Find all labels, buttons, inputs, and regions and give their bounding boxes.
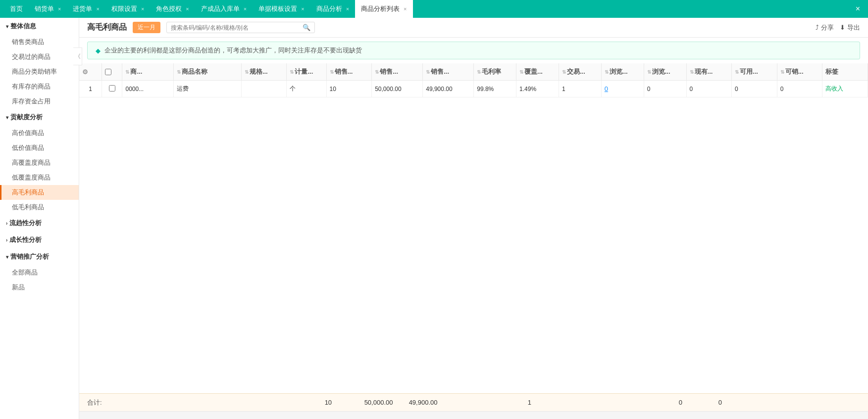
close-template-tab[interactable]: × xyxy=(301,6,304,12)
th-saleable: ⇅ 可销... xyxy=(777,63,822,81)
th-trade: ⇅ 交易... xyxy=(559,63,601,81)
sidebar-item-low-margin[interactable]: 低毛利商品 xyxy=(0,200,79,215)
sidebar-item-high-coverage[interactable]: 高覆盖度商品 xyxy=(0,155,79,170)
nav-tab-permission[interactable]: 权限设置 × xyxy=(105,0,150,18)
nav-close-all[interactable]: × xyxy=(852,4,864,13)
sidebar-item-stock-capital[interactable]: 库存资金占用 xyxy=(0,94,79,109)
sidebar-item-category-rate[interactable]: 商品分类助销率 xyxy=(0,64,79,79)
cell-browse2: 0 xyxy=(644,81,686,97)
horizontal-scrollbar[interactable] xyxy=(79,411,868,419)
sidebar-item-sales-goods[interactable]: 销售类商品 xyxy=(0,35,79,49)
sort-icon[interactable]: ⇅ xyxy=(605,69,609,75)
settings-icon[interactable]: ⚙ xyxy=(82,68,88,76)
cell-spec xyxy=(241,81,287,97)
sort-icon[interactable]: ⇅ xyxy=(330,69,334,75)
top-nav: 首页 销货单 × 进货单 × 权限设置 × 角色授权 × 产成品入库单 × 单据… xyxy=(0,0,868,18)
sort-icon[interactable]: ⇅ xyxy=(477,69,481,75)
total-browse2-empty xyxy=(599,399,636,406)
sidebar-item-stock-goods[interactable]: 有库存的商品 xyxy=(0,79,79,94)
table-wrapper: ⚙ ⇅ 商... xyxy=(79,63,868,419)
sort-icon[interactable]: ⇅ xyxy=(690,69,694,75)
browse1-link[interactable]: 0 xyxy=(605,85,608,93)
nav-tab-role[interactable]: 角色授权 × xyxy=(150,0,195,18)
sort-icon[interactable]: ⇅ xyxy=(245,69,249,75)
close-permission-tab[interactable]: × xyxy=(141,6,144,12)
search-icon[interactable]: 🔍 xyxy=(303,24,310,31)
nav-tab-template[interactable]: 单据模板设置 × xyxy=(253,0,310,18)
cell-saleable: 0 xyxy=(777,81,822,97)
total-profit-rate-empty xyxy=(451,399,488,406)
sidebar-section-trend[interactable]: › 流趋性分析 xyxy=(0,215,79,232)
sort-icon[interactable]: ⇅ xyxy=(519,69,523,75)
th-sales-qty: ⇅ 销售... xyxy=(326,63,372,81)
main-table: ⚙ ⇅ 商... xyxy=(79,63,868,97)
cell-sales-amt: 50,000.00 xyxy=(372,81,423,97)
footer-total: 合计: 10 50,000.00 49,900.00 1 0 0 xyxy=(79,393,868,411)
sidebar-section-growth[interactable]: › 成长性分析 xyxy=(0,232,79,248)
sidebar-item-traded-goods[interactable]: 交易过的商品 xyxy=(0,49,79,64)
collapse-arrow-growth: › xyxy=(6,237,7,243)
th-profit-rate: ⇅ 毛利率 xyxy=(474,63,516,81)
cell-sales-qty: 10 xyxy=(326,81,372,97)
sort-icon[interactable]: ⇅ xyxy=(562,69,566,75)
nav-tab-sales[interactable]: 销货单 × xyxy=(29,0,67,18)
th-num: ⚙ xyxy=(79,63,102,81)
sort-icon[interactable]: ⇅ xyxy=(375,69,379,75)
cell-name: 运费 xyxy=(173,81,241,97)
export-icon: ⬇ xyxy=(840,24,845,31)
close-goods-list-tab[interactable]: × xyxy=(404,6,407,12)
filter-recent-month-btn[interactable]: 近一月 xyxy=(133,22,160,33)
th-name: ⇅ 商品名称 xyxy=(173,63,241,81)
total-coverage-empty xyxy=(488,399,525,406)
nav-tab-purchase[interactable]: 进货单 × xyxy=(67,0,105,18)
cell-code: 0000... xyxy=(122,81,173,97)
sort-icon[interactable]: ⇅ xyxy=(177,69,181,75)
total-trade: 1 xyxy=(525,399,562,406)
total-sales-profit: 49,900.00 xyxy=(406,399,451,406)
total-cell-empty3 xyxy=(144,399,188,406)
sort-icon[interactable]: ⇅ xyxy=(647,69,651,75)
sidebar-item-high-value[interactable]: 高价值商品 xyxy=(0,126,79,140)
total-cell-empty2 xyxy=(126,399,144,406)
cell-browse1[interactable]: 0 xyxy=(601,81,644,97)
cell-check[interactable] xyxy=(102,81,122,97)
export-button[interactable]: ⬇ 导出 xyxy=(840,23,860,32)
nav-tab-home[interactable]: 首页 xyxy=(4,0,29,18)
sort-icon[interactable]: ⇅ xyxy=(290,69,294,75)
select-all-checkbox[interactable] xyxy=(105,69,111,75)
sidebar-item-low-coverage[interactable]: 低覆盖度商品 xyxy=(0,170,79,185)
cell-tag: 高收入 xyxy=(822,81,868,97)
close-sales-tab[interactable]: × xyxy=(58,6,61,12)
sidebar-item-new-goods[interactable]: 新品 xyxy=(0,280,79,295)
sidebar: ▾ 整体信息 销售类商品 交易过的商品 商品分类助销率 有库存的商品 库存资金占… xyxy=(0,18,79,419)
sort-icon[interactable]: ⇅ xyxy=(426,69,430,75)
close-purchase-tab[interactable]: × xyxy=(96,6,99,12)
close-role-tab[interactable]: × xyxy=(186,6,189,12)
sidebar-section-marketing[interactable]: ▾ 营销推广分析 xyxy=(0,248,79,265)
share-button[interactable]: ⤴ 分享 xyxy=(816,23,834,32)
search-box[interactable]: 🔍 xyxy=(166,22,315,33)
header-actions: ⤴ 分享 ⬇ 导出 xyxy=(816,23,860,32)
search-input[interactable] xyxy=(171,24,303,31)
sidebar-collapse-button[interactable]: 《 xyxy=(73,47,82,65)
nav-tab-stock-in[interactable]: 产成品入库单 × xyxy=(195,0,253,18)
total-browse1-empty xyxy=(562,399,599,406)
close-stock-in-tab[interactable]: × xyxy=(244,6,247,12)
nav-tab-goods-list[interactable]: 商品分析列表 × xyxy=(355,0,412,18)
th-current-stock: ⇅ 现有... xyxy=(686,63,732,81)
sidebar-section-contribution[interactable]: ▾ 贡献度分析 xyxy=(0,109,79,126)
sidebar-item-low-value[interactable]: 低价值商品 xyxy=(0,140,79,155)
total-saleable: 0 xyxy=(715,399,755,406)
sort-icon[interactable]: ⇅ xyxy=(125,69,129,75)
content-title: 高毛利商品 xyxy=(87,22,127,33)
sidebar-item-high-margin[interactable]: 高毛利商品 xyxy=(0,185,79,200)
sort-icon[interactable]: ⇅ xyxy=(735,69,739,75)
content-header: 高毛利商品 近一月 🔍 ⤴ 分享 ⬇ 导出 xyxy=(79,18,868,38)
tag-label: 高收入 xyxy=(825,85,843,92)
sort-icon[interactable]: ⇅ xyxy=(780,69,784,75)
sidebar-section-overall[interactable]: ▾ 整体信息 xyxy=(0,18,79,35)
nav-tab-goods-analysis[interactable]: 商品分析 × xyxy=(310,0,355,18)
close-goods-analysis-tab[interactable]: × xyxy=(346,6,349,12)
row-checkbox[interactable] xyxy=(109,85,115,92)
sidebar-item-all-goods[interactable]: 全部商品 xyxy=(0,265,79,280)
